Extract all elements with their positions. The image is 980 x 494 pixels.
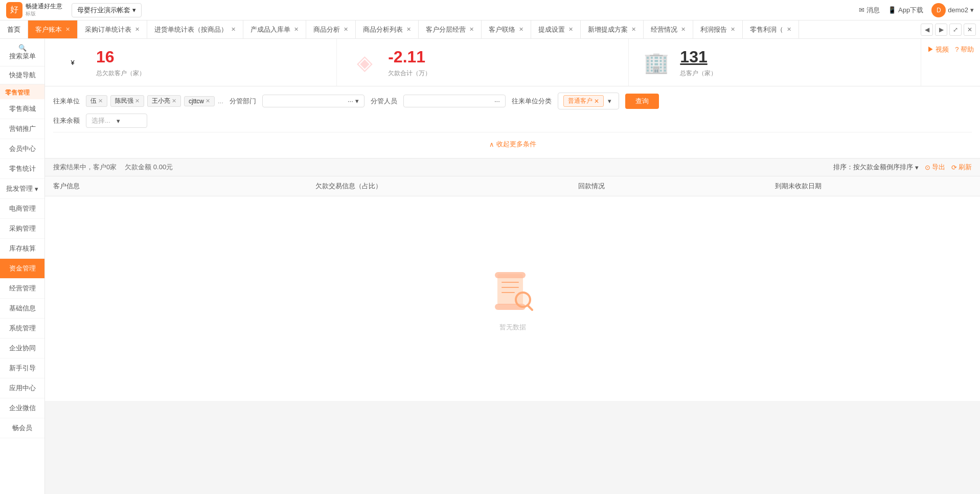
user-area[interactable]: D demo2 ▾ xyxy=(931,3,974,17)
org-name: 母婴行业演示帐套 xyxy=(77,6,130,15)
sidebar-item-system[interactable]: 系统管理 xyxy=(0,319,44,339)
filter-tag-chen[interactable]: 陈民强 ✕ xyxy=(110,95,144,107)
video-link[interactable]: ▶ 视频 xyxy=(927,45,949,80)
tab-product-analysis-close[interactable]: ✕ xyxy=(344,26,348,33)
col-customer-info: 客户信息 xyxy=(53,182,315,191)
filter-more-tags[interactable]: ... xyxy=(218,97,223,105)
help-links: ▶ 视频 ? 帮助 xyxy=(921,39,980,86)
app-download-button[interactable]: 📱 App下载 xyxy=(888,6,923,15)
sidebar-item-batch-mgmt[interactable]: 批发管理 ▾ xyxy=(0,179,44,199)
summary-card-customers: ¥ 16 总欠款客户（家） xyxy=(45,39,337,86)
tab-inbound-stats-close[interactable]: ✕ xyxy=(231,26,236,33)
play-icon: ▶ xyxy=(927,46,934,53)
sidebar-item-new-guide[interactable]: 新手引导 xyxy=(0,358,44,378)
export-button[interactable]: ⊙ 导出 xyxy=(925,163,945,172)
customers-label: 总欠款客户（家） xyxy=(96,69,145,78)
tab-product-analysis-label: 商品分析 xyxy=(313,25,340,34)
filter-tag-wang[interactable]: 王小亮 ✕ xyxy=(147,95,181,107)
unit-type-filter-select[interactable]: 普通客户 ✕ ▾ xyxy=(558,93,619,109)
sidebar-item-enterprise-wechat[interactable]: 企业微信 xyxy=(0,398,44,418)
filter-tag-wu[interactable]: 伍 ✕ xyxy=(86,95,107,107)
tab-profit-report-close[interactable]: ✕ xyxy=(731,26,735,33)
summary-row: ¥ 16 总欠款客户（家） ◈ -2.11 欠款合计（万） 🏢 131 总客户（… xyxy=(45,39,980,86)
sidebar-item-app-center[interactable]: 应用中心 xyxy=(0,378,44,398)
tab-scroll-left[interactable]: ◀ xyxy=(921,24,933,36)
tab-product-analysis-list-label: 商品分析列表 xyxy=(363,25,403,34)
tab-product-inbound-close[interactable]: ✕ xyxy=(294,26,299,33)
tab-customer-segmentation[interactable]: 客户分层经营 ✕ xyxy=(419,20,482,39)
results-count: 搜索结果中，客户0家 xyxy=(53,163,117,172)
empty-svg-icon xyxy=(490,268,536,314)
tab-close-all[interactable]: ✕ xyxy=(964,24,976,36)
sidebar-item-operations-mgmt[interactable]: 经营管理 xyxy=(0,279,44,299)
tab-promotion-settings[interactable]: 提成设置 ✕ xyxy=(531,20,581,39)
tab-product-analysis-list-close[interactable]: ✕ xyxy=(406,26,411,33)
query-button[interactable]: 查询 xyxy=(625,94,659,109)
tab-expand[interactable]: ⤢ xyxy=(949,24,962,36)
tab-customer-segmentation-close[interactable]: ✕ xyxy=(469,26,474,33)
top-bar: 好 畅捷通好生意 标版 母婴行业演示帐套 ▾ ✉ 消息 📱 App下载 D de… xyxy=(0,0,980,20)
nav-tab-controls: ◀ ▶ ⤢ ✕ xyxy=(917,24,980,36)
table-header: 客户信息 欠款交易信息（占比） 回款情况 到期未收款日期 xyxy=(45,176,980,196)
avatar: D xyxy=(931,3,946,17)
balance-filter-select[interactable]: 选择... ▾ xyxy=(86,114,147,128)
table-body: 暂无数据 xyxy=(45,196,980,401)
tab-customer-contact-close[interactable]: ✕ xyxy=(519,26,523,33)
sidebar-item-vip-member[interactable]: 畅会员 xyxy=(0,418,44,438)
sort-selector[interactable]: 排序：按欠款金额倒序排序 ▾ xyxy=(833,163,919,172)
tab-retail-profit-close[interactable]: ✕ xyxy=(787,26,791,33)
tab-operations[interactable]: 经营情况 ✕ xyxy=(644,20,693,39)
sidebar-item-marketing[interactable]: 营销推广 xyxy=(0,119,44,139)
sidebar-item-basic-info[interactable]: 基础信息 xyxy=(0,299,44,319)
tag-wu-close[interactable]: ✕ xyxy=(98,98,103,104)
tab-accounts[interactable]: 客户账本 ✕ xyxy=(28,20,78,39)
sidebar-item-enterprise[interactable]: 企业协同 xyxy=(0,339,44,358)
tab-purchase-order-stats[interactable]: 采购订单统计表 ✕ xyxy=(78,20,147,39)
person-filter-label: 分管人员 xyxy=(371,97,397,106)
filter-tag-cjttcw[interactable]: cjttcw ✕ xyxy=(184,96,215,106)
tab-home[interactable]: 首页 xyxy=(0,20,28,39)
results-bar: 搜索结果中，客户0家 欠款金额 0.00元 排序：按欠款金额倒序排序 ▾ ⊙ 导… xyxy=(45,159,980,176)
sidebar-item-inventory[interactable]: 库存核算 xyxy=(0,239,44,259)
collapse-button[interactable]: ∧ 收起更多条件 xyxy=(483,137,542,152)
tab-purchase-order-stats-close[interactable]: ✕ xyxy=(135,26,140,33)
tab-inbound-stats[interactable]: 进货单统计表（按商品） ✕ xyxy=(147,20,243,39)
tab-operations-close[interactable]: ✕ xyxy=(681,26,686,33)
dept-filter-select[interactable]: ··· ▾ xyxy=(262,95,364,107)
tab-profit-report[interactable]: 利润报告 ✕ xyxy=(693,20,743,39)
top-bar-left: 好 畅捷通好生意 标版 母婴行业演示帐套 ▾ xyxy=(6,2,142,18)
tag-cjttcw-close[interactable]: ✕ xyxy=(206,98,210,104)
sidebar-search-menu[interactable]: 🔍 搜索菜单 xyxy=(0,39,44,66)
unit-type-filter-label: 往来单位分类 xyxy=(512,97,552,106)
org-selector[interactable]: 母婴行业演示帐套 ▾ xyxy=(72,3,142,17)
person-filter-select[interactable]: ··· xyxy=(403,95,506,107)
sidebar-item-finance[interactable]: 资金管理 xyxy=(0,259,44,279)
tab-inbound-stats-label: 进货单统计表（按商品） xyxy=(154,25,227,34)
tab-product-analysis-list[interactable]: 商品分析列表 ✕ xyxy=(356,20,419,39)
help-link[interactable]: ? 帮助 xyxy=(955,45,974,80)
results-amount: 欠款金额 0.00元 xyxy=(125,163,173,172)
sidebar-quick-nav[interactable]: 快捷导航 xyxy=(0,66,44,84)
sidebar-item-retail-mall[interactable]: 零售商城 xyxy=(0,99,44,119)
tab-accounts-close[interactable]: ✕ xyxy=(65,26,70,33)
unit-type-tag-close[interactable]: ✕ xyxy=(594,98,599,105)
unit-type-chevron-icon: ▾ xyxy=(608,97,611,105)
refresh-button[interactable]: ⟳ 刷新 xyxy=(951,163,972,172)
sidebar-item-retail-stats[interactable]: 零售统计 xyxy=(0,159,44,179)
summary-data-amount: -2.11 欠款合计（万） xyxy=(388,47,431,77)
tag-wang-close[interactable]: ✕ xyxy=(172,98,176,104)
sidebar-item-member-center[interactable]: 会员中心 xyxy=(0,139,44,159)
message-button[interactable]: ✉ 消息 xyxy=(859,6,880,15)
sidebar-item-ecommerce[interactable]: 电商管理 xyxy=(0,199,44,219)
sidebar-item-purchase[interactable]: 采购管理 xyxy=(0,219,44,239)
tab-new-promotion[interactable]: 新增提成方案 ✕ xyxy=(581,20,644,39)
tab-customer-contact[interactable]: 客户联络 ✕ xyxy=(482,20,531,39)
tag-chen-close[interactable]: ✕ xyxy=(135,98,140,104)
tab-product-inbound[interactable]: 产成品入库单 ✕ xyxy=(243,20,306,39)
tab-scroll-right[interactable]: ▶ xyxy=(935,24,947,36)
org-chevron-icon: ▾ xyxy=(132,6,136,14)
tab-promotion-settings-close[interactable]: ✕ xyxy=(568,26,573,33)
tab-product-analysis[interactable]: 商品分析 ✕ xyxy=(306,20,356,39)
tab-new-promotion-close[interactable]: ✕ xyxy=(631,26,636,33)
tab-retail-profit[interactable]: 零售利润（ ✕ xyxy=(743,20,799,39)
